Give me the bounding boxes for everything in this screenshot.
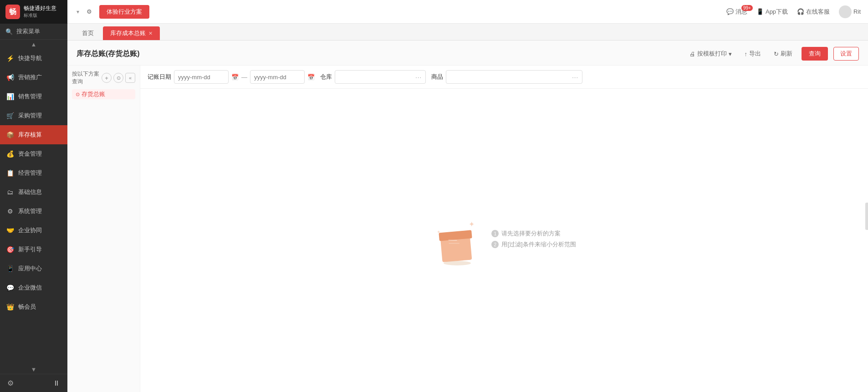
add-scheme-button[interactable]: +: [102, 73, 112, 83]
page-area: 库存总账(存货总账) 🖨 按模板打印 ▾ ↑ 导出 ↻ 刷新 查询 设置: [67, 41, 868, 392]
empty-state: ✦ ✦ 1 请先选择要分析的方案 2 用[: [140, 89, 868, 392]
sidebar-item-quick-nav[interactable]: ⚡ 快捷导航: [0, 49, 67, 68]
operations-icon: 📋: [5, 168, 15, 178]
sidebar-item-label: 企业微信: [18, 284, 42, 292]
date-filter-group: 记账日期 📅 — 📅: [148, 70, 315, 84]
date-start-input[interactable]: [174, 70, 229, 84]
topbar-settings-button[interactable]: ⚙: [83, 5, 96, 18]
step-2-circle: 2: [491, 241, 499, 248]
warehouse-select[interactable]: ···: [335, 70, 426, 84]
date-end-input[interactable]: [250, 70, 305, 84]
refresh-label: 刷新: [781, 50, 792, 58]
print-label: 按模板打印: [697, 50, 727, 58]
top-bar: ▾ ⚙ 体验行业方案 💬 消息 99+ 📱 App下载 🎧 在线客服: [67, 0, 868, 24]
refresh-button[interactable]: ↻ 刷新: [770, 48, 796, 60]
online-support-button[interactable]: 🎧 在线客服: [797, 8, 830, 16]
filter-row: 记账日期 📅 — 📅 仓库 ···: [140, 66, 868, 89]
system-icon: ⚙: [5, 207, 15, 216]
sidebar-item-finance[interactable]: 💰 资金管理: [0, 144, 67, 163]
app-download-label: App下载: [766, 8, 788, 16]
sidebar-item-basic[interactable]: 🗂 基础信息: [0, 183, 67, 202]
sidebar-item-enterprise[interactable]: 🤝 企业协同: [0, 221, 67, 240]
sidebar-item-label: 快捷导航: [18, 54, 42, 62]
filter-label: 按以下方案查询: [72, 70, 102, 86]
tab-home[interactable]: 首页: [75, 26, 101, 40]
member-icon: 👑: [5, 302, 15, 311]
top-bar-left: ▾ ⚙ 体验行业方案: [75, 5, 726, 19]
avatar: [839, 5, 852, 18]
message-icon: 💬: [726, 8, 734, 15]
newbie-icon: 🎯: [5, 245, 15, 254]
print-icon: 🖨: [689, 51, 695, 57]
app-download-button[interactable]: 📱 App下载: [756, 8, 788, 16]
sidebar-item-label: 基础信息: [18, 188, 42, 196]
warehouse-more-icon[interactable]: ···: [415, 74, 422, 81]
tab-close-icon[interactable]: ✕: [148, 31, 153, 36]
sidebar-item-member[interactable]: 👑 畅会员: [0, 297, 67, 316]
message-badge: 99+: [741, 5, 753, 11]
search-menu-item[interactable]: 🔍 搜索菜单: [0, 24, 67, 40]
sidebar-item-inventory[interactable]: 📦 库存核算: [0, 125, 67, 144]
app-logo: 畅 畅捷通好生意 标准版: [0, 0, 67, 24]
scheme-item-inventory[interactable]: ⊙ 存货总账: [72, 89, 135, 99]
sidebar-item-sales[interactable]: 📊 销售管理: [0, 87, 67, 106]
trial-button[interactable]: 体验行业方案: [99, 5, 149, 19]
product-label: 商品: [431, 73, 443, 81]
audio-footer-icon[interactable]: ⏸: [53, 379, 60, 387]
product-more-icon[interactable]: ···: [572, 74, 578, 81]
sidebar-item-label: 系统管理: [18, 207, 42, 215]
breadcrumb: ▾: [75, 9, 79, 15]
svg-text:✦: ✦: [469, 220, 475, 228]
sidebar-item-system[interactable]: ⚙ 系统管理: [0, 202, 67, 221]
refresh-icon: ↻: [774, 51, 779, 57]
scheme-icon: ⊙: [76, 92, 80, 97]
scroll-down-arrow[interactable]: ▼: [0, 365, 67, 374]
calendar-end-icon[interactable]: 📅: [307, 74, 315, 81]
sidebar-item-label: 库存核算: [18, 131, 42, 139]
marketing-icon: 📢: [5, 73, 15, 82]
sidebar-item-purchase[interactable]: 🛒 采购管理: [0, 106, 67, 125]
hint-1: 1 请先选择要分析的方案: [491, 229, 576, 238]
settings-footer-icon[interactable]: ⚙: [7, 379, 14, 387]
scheme-name: 存货总账: [82, 90, 105, 98]
hint-1-text: 请先选择要分析的方案: [501, 229, 561, 238]
scroll-up-arrow[interactable]: ▲: [0, 40, 67, 49]
sidebar-footer: ⚙ ⏸: [0, 374, 67, 392]
product-filter-group: 商品 ···: [431, 70, 582, 84]
main-content: ▾ ⚙ 体验行业方案 💬 消息 99+ 📱 App下载 🎧 在线客服: [67, 0, 868, 392]
scroll-handle[interactable]: [865, 203, 868, 230]
sidebar-item-marketing[interactable]: 📢 营销推广: [0, 68, 67, 87]
message-button[interactable]: 💬 消息 99+: [726, 8, 747, 16]
export-button[interactable]: ↑ 导出: [741, 48, 765, 60]
search-menu-label: 搜索菜单: [16, 27, 40, 36]
scheme-panel: 按以下方案查询 + ⊙ « ⊙ 存货总账: [67, 66, 140, 392]
user-menu[interactable]: Rit: [839, 5, 861, 18]
tab-inventory-cost[interactable]: 库存成本总账 ✕: [103, 26, 160, 40]
empty-svg: ✦ ✦: [432, 218, 482, 268]
inventory-icon: 📦: [5, 130, 15, 139]
headset-icon: 🎧: [797, 8, 804, 15]
edit-scheme-button[interactable]: ⊙: [113, 73, 123, 83]
sidebar-item-wechat[interactable]: 💬 企业微信: [0, 278, 67, 297]
calendar-start-icon[interactable]: 📅: [231, 74, 239, 81]
sidebar-item-label: 企业协同: [18, 226, 42, 234]
collapse-scheme-button[interactable]: «: [125, 73, 135, 83]
export-label: 导出: [749, 50, 761, 58]
empty-illustration: ✦ ✦: [432, 218, 478, 263]
main-filter-area: 记账日期 📅 — 📅 仓库 ···: [140, 66, 868, 392]
hint-2-text: 用[过滤]条件来缩小分析范围: [501, 240, 576, 249]
svg-text:✦: ✦: [437, 229, 440, 234]
print-button[interactable]: 🖨 按模板打印 ▾: [686, 48, 735, 60]
query-button[interactable]: 查询: [802, 47, 828, 61]
sidebar-item-operations[interactable]: 📋 经营管理: [0, 163, 67, 183]
sidebar-item-label: 经营管理: [18, 169, 42, 177]
tabs-bar: 首页 库存成本总账 ✕: [67, 24, 868, 41]
sidebar-item-label: 资金管理: [18, 150, 42, 158]
appstore-icon: 📱: [5, 264, 15, 273]
sidebar-item-label: 采购管理: [18, 112, 42, 120]
product-select[interactable]: ···: [446, 70, 582, 84]
sidebar-item-newbie[interactable]: 🎯 新手引导: [0, 240, 67, 259]
sidebar-item-appstore[interactable]: 📱 应用中心: [0, 259, 67, 278]
settings-button[interactable]: 设置: [833, 47, 859, 61]
empty-hints: 1 请先选择要分析的方案 2 用[过滤]条件来缩小分析范围: [491, 229, 576, 251]
